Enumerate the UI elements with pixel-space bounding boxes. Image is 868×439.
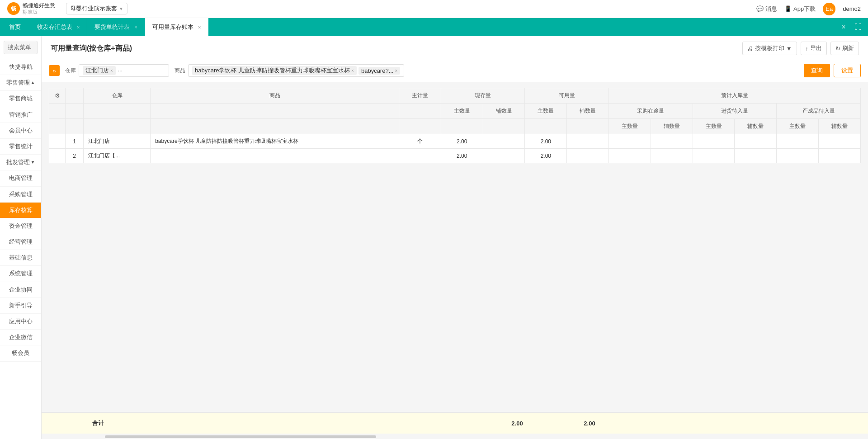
sidebar-item-wholesale-mgmt[interactable]: 批发管理 ▼	[0, 155, 41, 170]
app-logo-icon: 畅	[7, 2, 20, 15]
warehouse-tag-remove[interactable]: ×	[110, 68, 113, 73]
sidebar-item-purchase-mgmt[interactable]: 采购管理	[0, 187, 41, 203]
tab-receive-send[interactable]: 收发存汇总表 ×	[30, 18, 87, 36]
product-tag-1: babycare学饮杯 儿童防摔防撞吸管杯重力球吸嘴杯宝宝水杯 ×	[192, 66, 357, 75]
product-filter-label: 商品	[175, 67, 185, 75]
tab-available-inventory-close[interactable]: ×	[198, 24, 201, 30]
th-r3-settings	[49, 119, 66, 134]
sidebar-item-app-center[interactable]: 应用中心	[0, 314, 41, 330]
th-purchase-main: 主数量	[609, 119, 651, 134]
message-btn[interactable]: 💬 消息	[756, 5, 777, 13]
warehouse-filter-label: 仓库	[65, 67, 76, 75]
sidebar-item-quick-nav[interactable]: 快捷导航	[0, 59, 41, 75]
warehouse-more-btn[interactable]: ···	[118, 67, 123, 74]
row2-inbound-main	[693, 149, 735, 163]
sidebar-item-retail-mall[interactable]: 零售商城	[0, 91, 41, 107]
top-bar-left: 畅 畅捷通好生意 标准版 母婴行业演示账套 ▼	[7, 2, 127, 15]
row2-avail-aux	[567, 149, 609, 163]
bottom-scroll-thumb	[105, 435, 376, 438]
sidebar-item-inventory-check[interactable]: 库存核算	[0, 203, 41, 218]
settings-btn[interactable]: 设置	[834, 64, 861, 77]
product-input-area[interactable]: babycare学饮杯 儿童防摔防撞吸管杯重力球吸嘴杯宝宝水杯 × babyca…	[188, 64, 404, 77]
print-template-btn[interactable]: 🖨 按模板打印 ▼	[742, 42, 797, 55]
sidebar-item-retail-mgmt[interactable]: 零售管理 ▲	[0, 75, 41, 91]
user-name[interactable]: demo2	[843, 5, 861, 12]
message-label: 消息	[765, 5, 777, 13]
th-avail-main: 主数量	[525, 104, 567, 119]
sidebar-item-system-mgmt[interactable]: 系统管理	[0, 266, 41, 282]
tab-order-stats-close[interactable]: ×	[134, 24, 137, 30]
th-sub-num	[66, 104, 84, 119]
fullscreen-btn[interactable]: ⛶	[852, 21, 864, 33]
query-btn[interactable]: 查询	[804, 64, 830, 77]
sidebar-item-vip-member[interactable]: 畅会员	[0, 345, 41, 361]
download-label: App下载	[793, 5, 816, 13]
warehouse-input-area[interactable]: 江北门店 × ···	[79, 64, 169, 77]
toggle-icon: »	[52, 67, 56, 74]
sidebar-item-operations-mgmt[interactable]: 经营管理	[0, 234, 41, 250]
search-menu-label: 搜索菜单	[8, 44, 31, 51]
product-tag-1-remove[interactable]: ×	[351, 68, 354, 73]
th-sub-unit	[399, 104, 441, 119]
tenant-selector[interactable]: 母婴行业演示账套 ▼	[66, 3, 127, 14]
top-bar-right: 💬 消息 📱 App下载 Ea demo2	[756, 3, 861, 15]
tab-receive-send-close[interactable]: ×	[77, 24, 80, 30]
top-bar: 畅 畅捷通好生意 标准版 母婴行业演示账套 ▼ 💬 消息 📱 App下载 Ea …	[0, 0, 868, 18]
row1-unit: 个	[399, 134, 441, 149]
row2-purchase-main	[609, 149, 651, 163]
logo-area: 畅 畅捷通好生意 标准版	[7, 2, 55, 15]
wholesale-mgmt-label: 批发管理	[6, 158, 30, 166]
sidebar-item-retail-stats[interactable]: 零售统计	[0, 139, 41, 155]
export-btn[interactable]: ↑ 导出	[801, 42, 827, 55]
tab-available-inventory-label: 可用量库存账本	[152, 23, 193, 31]
sidebar-item-enterprise-collab[interactable]: 企业协同	[0, 282, 41, 298]
row1-current-aux	[483, 134, 525, 149]
sidebar-item-new-guide[interactable]: 新手引导	[0, 298, 41, 314]
retail-mall-label: 零售商城	[9, 95, 33, 102]
th-product: 商品	[151, 88, 399, 104]
tab-home[interactable]: 首页	[0, 23, 30, 31]
sidebar-item-enterprise-wechat[interactable]: 企业微信	[0, 330, 41, 345]
sidebar-item-ecommerce-mgmt[interactable]: 电商管理	[0, 170, 41, 186]
app-subtitle: 标准版	[23, 9, 55, 15]
row1-avail-aux	[567, 134, 609, 149]
member-center-label: 会员中心	[9, 127, 33, 134]
product-tag-2-remove[interactable]: ×	[395, 68, 397, 73]
filter-toggle-btn[interactable]: »	[49, 65, 60, 76]
refresh-label: 刷新	[842, 44, 854, 52]
marketing-label: 营销推广	[9, 111, 33, 118]
th-current-group: 现存量	[441, 88, 525, 104]
enterprise-collab-label: 企业协同	[9, 286, 33, 293]
search-menu-btn[interactable]: 搜索菜单	[4, 41, 38, 54]
retail-mgmt-arrow: ▲	[31, 80, 35, 86]
user-avatar-text: Ea	[826, 5, 833, 12]
sidebar-item-member-center[interactable]: 会员中心	[0, 123, 41, 139]
sidebar-item-finance-mgmt[interactable]: 资金管理	[0, 218, 41, 234]
th-r3-warehouse	[84, 119, 151, 134]
sidebar-item-marketing[interactable]: 营销推广	[0, 107, 41, 123]
close-tab-btn[interactable]: ×	[837, 21, 850, 33]
product-tag-2: babycare?... ×	[359, 67, 400, 75]
row2-production-aux	[819, 149, 861, 163]
purchase-mgmt-label: 采购管理	[9, 191, 33, 198]
tab-order-stats[interactable]: 要货单统计表 ×	[87, 18, 145, 36]
th-inbound-main: 主数量	[693, 119, 735, 134]
row1-settings[interactable]	[49, 134, 66, 149]
download-btn[interactable]: 📱 App下载	[784, 5, 816, 13]
sidebar-item-basic-info[interactable]: 基础信息	[0, 250, 41, 266]
row1-purchase-main	[609, 134, 651, 149]
data-table: ⚙ 仓库 商品 主计量 现存量 可用量 预计入库量	[49, 88, 861, 163]
th-current-aux: 辅数量	[483, 104, 525, 119]
row1-production-main	[777, 134, 819, 149]
user-avatar[interactable]: Ea	[823, 3, 835, 15]
tab-available-inventory[interactable]: 可用量库存账本 ×	[145, 18, 208, 36]
filter-actions: 查询 设置	[804, 64, 861, 77]
th-settings[interactable]: ⚙	[49, 88, 66, 104]
table-row: 1 江北门店 babycare学饮杯 儿童防摔防撞吸管杯重力球吸嘴杯宝宝水杯 个…	[49, 134, 861, 149]
sidebar-search-area: 搜索菜单	[0, 36, 41, 59]
refresh-btn[interactable]: ↻ 刷新	[830, 42, 859, 55]
row2-settings[interactable]	[49, 149, 66, 163]
th-production-pending-group: 产成品待入量	[777, 104, 861, 119]
bottom-scrollbar[interactable]	[42, 434, 868, 439]
filter-bar: » 仓库 江北门店 × ··· 商品 babycare学饮杯 儿童防摔防撞吸管杯…	[42, 59, 868, 82]
